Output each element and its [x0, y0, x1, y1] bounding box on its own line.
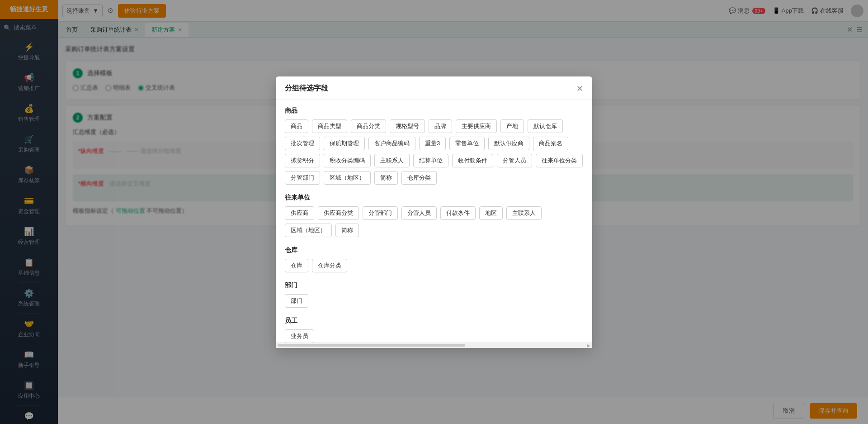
field-tag-税收分类编码[interactable]: 税收分类编码 — [324, 154, 371, 167]
field-tag-仓库[interactable]: 仓库 — [285, 259, 308, 272]
field-tag-仓库分类[interactable]: 仓库分类 — [312, 259, 347, 272]
section-tags-department: 部门 — [285, 294, 583, 308]
field-tag-主联系人[interactable]: 主联系人 — [506, 206, 542, 220]
modal-hscroll[interactable]: ▶ — [276, 343, 592, 348]
field-tag-分管人员[interactable]: 分管人员 — [401, 206, 437, 220]
section-staff: 员工业务员 — [285, 317, 583, 343]
field-tag-仓库分类[interactable]: 仓库分类 — [401, 171, 437, 185]
modal-close-button[interactable]: ✕ — [576, 84, 583, 94]
modal-hscroll-thumb — [278, 344, 465, 347]
field-tag-供应商[interactable]: 供应商 — [285, 206, 314, 220]
modal-header: 分组待选字段 ✕ — [276, 76, 592, 100]
section-product: 商品商品商品类型商品分类规格型号品牌主要供应商产地默认仓库批次管理保质期管理客户… — [285, 107, 583, 185]
section-department: 部门部门 — [285, 281, 583, 308]
section-title-product: 商品 — [285, 107, 583, 115]
section-title-department: 部门 — [285, 281, 583, 290]
field-tag-保质期管理[interactable]: 保质期管理 — [324, 137, 365, 150]
field-tag-默认供应商[interactable]: 默认供应商 — [488, 137, 529, 150]
field-tag-商品别名[interactable]: 商品别名 — [533, 137, 568, 150]
field-tag-主联系人[interactable]: 主联系人 — [374, 154, 410, 167]
section-title-counterpart: 往来单位 — [285, 194, 583, 202]
field-tag-商品类型[interactable]: 商品类型 — [312, 119, 347, 133]
field-tag-付款条件[interactable]: 付款条件 — [440, 206, 476, 220]
field-tag-品牌[interactable]: 品牌 — [429, 119, 452, 133]
field-tag-主要供应商[interactable]: 主要供应商 — [456, 119, 497, 133]
field-tag-产地[interactable]: 产地 — [500, 119, 524, 133]
field-tag-客户商品编码[interactable]: 客户商品编码 — [368, 137, 415, 150]
section-tags-counterpart: 供应商供应商分类分管部门分管人员付款条件地区主联系人区域（地区）简称 — [285, 206, 583, 237]
field-tag-重量3[interactable]: 重量3 — [419, 137, 446, 150]
field-tag-分管部门[interactable]: 分管部门 — [363, 206, 398, 220]
section-tags-staff: 业务员 — [285, 329, 583, 343]
section-title-staff: 员工 — [285, 317, 583, 325]
field-tag-默认仓库[interactable]: 默认仓库 — [528, 119, 563, 133]
field-tag-业务员[interactable]: 业务员 — [285, 329, 314, 343]
field-tag-收付款条件[interactable]: 收付款条件 — [452, 154, 493, 167]
field-tag-简称[interactable]: 简称 — [335, 224, 359, 237]
modal-title: 分组待选字段 — [285, 84, 328, 93]
field-tag-部门[interactable]: 部门 — [285, 294, 308, 308]
modal-body[interactable]: 商品商品商品类型商品分类规格型号品牌主要供应商产地默认仓库批次管理保质期管理客户… — [276, 100, 592, 343]
section-tags-warehouse: 仓库仓库分类 — [285, 259, 583, 272]
section-title-warehouse: 仓库 — [285, 246, 583, 254]
field-tag-商品分类[interactable]: 商品分类 — [351, 119, 386, 133]
field-tag-规格型号[interactable]: 规格型号 — [390, 119, 425, 133]
field-tag-批次管理[interactable]: 批次管理 — [285, 137, 320, 150]
section-counterpart: 往来单位供应商供应商分类分管部门分管人员付款条件地区主联系人区域（地区）简称 — [285, 194, 583, 237]
field-tag-分管部门[interactable]: 分管部门 — [285, 171, 320, 185]
field-tag-供应商分类[interactable]: 供应商分类 — [318, 206, 359, 220]
field-tag-商品[interactable]: 商品 — [285, 119, 308, 133]
section-tags-product: 商品商品类型商品分类规格型号品牌主要供应商产地默认仓库批次管理保质期管理客户商品… — [285, 119, 583, 185]
field-tag-拣货积分[interactable]: 拣货积分 — [285, 154, 320, 167]
modal-overlay: 分组待选字段 ✕ 商品商品商品类型商品分类规格型号品牌主要供应商产地默认仓库批次… — [0, 0, 868, 424]
field-tag-分管人员[interactable]: 分管人员 — [497, 154, 532, 167]
field-tag-结算单位[interactable]: 结算单位 — [413, 154, 448, 167]
field-tag-零售单位[interactable]: 零售单位 — [449, 137, 485, 150]
modal: 分组待选字段 ✕ 商品商品商品类型商品分类规格型号品牌主要供应商产地默认仓库批次… — [276, 76, 592, 348]
field-tag-地区[interactable]: 地区 — [479, 206, 503, 220]
section-warehouse: 仓库仓库仓库分类 — [285, 246, 583, 272]
field-tag-区域（地区）[interactable]: 区域（地区） — [285, 224, 332, 237]
field-tag-简称[interactable]: 简称 — [374, 171, 398, 185]
field-tag-往来单位分类[interactable]: 往来单位分类 — [536, 154, 583, 167]
modal-hscroll-arrow-right[interactable]: ▶ — [587, 343, 590, 348]
field-tag-区域（地区）[interactable]: 区域（地区） — [324, 171, 371, 185]
